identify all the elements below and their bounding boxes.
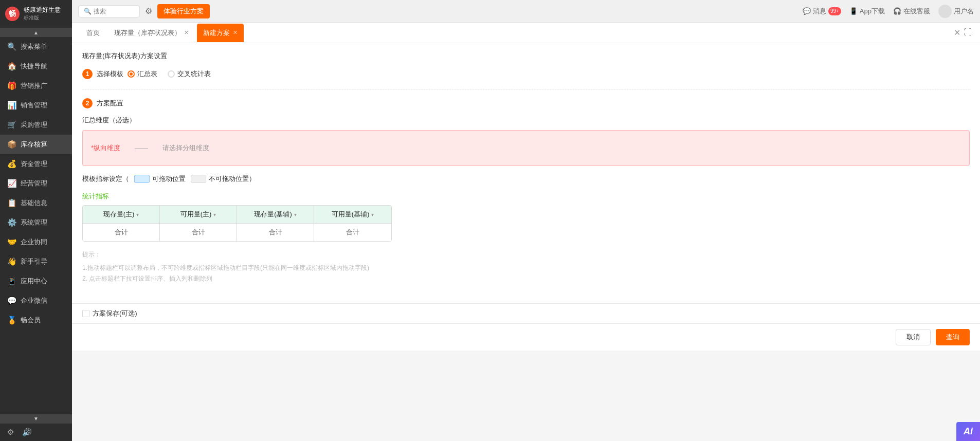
- wechat-icon: 💬: [7, 296, 16, 305]
- stats-body-label-0: 合计: [115, 228, 128, 237]
- user-menu[interactable]: 用户名: [938, 5, 974, 18]
- sidebar-item-system[interactable]: ⚙️ 系统管理: [0, 213, 72, 232]
- stats-header-col-3[interactable]: 可用量(基辅) ▾: [314, 206, 391, 223]
- cancel-button[interactable]: 取消: [896, 329, 931, 345]
- sidebar: 畅 畅康通好生意 标准版 ▲ 🔍 搜索菜单 🏠 快捷导航 🎁 营销推广 📊 销售…: [0, 0, 72, 441]
- tab-inventory-close-icon[interactable]: ✕: [184, 29, 189, 36]
- sidebar-item-member[interactable]: 🏅 畅会员: [0, 310, 72, 330]
- sidebar-item-label: 基础信息: [21, 198, 47, 208]
- tab-home[interactable]: 首页: [80, 24, 106, 42]
- stats-body-col-1: 合计: [160, 224, 237, 241]
- stats-body-col-0: 合计: [83, 224, 160, 241]
- settings-icon[interactable]: ⚙: [7, 428, 14, 437]
- message-button[interactable]: 💬 消息 99+: [803, 7, 841, 16]
- sidebar-nav: 🔍 搜索菜单 🏠 快捷导航 🎁 营销推广 📊 销售管理 🛒 采购管理 📦 库存核…: [0, 37, 72, 414]
- quick-nav-icon: 🏠: [7, 62, 16, 71]
- tab-new-plan[interactable]: 新建方案 ✕: [197, 24, 244, 42]
- dimension-area[interactable]: *纵向维度 —— 请选择分组维度: [82, 130, 970, 166]
- sidebar-item-inventory[interactable]: 📦 库存核算: [0, 135, 72, 154]
- sidebar-item-purchase[interactable]: 🛒 采购管理: [0, 115, 72, 135]
- ai-badge[interactable]: Ai: [956, 422, 980, 441]
- stats-header-col-1[interactable]: 可用量(主) ▾: [160, 206, 237, 223]
- stats-body-col-2: 合计: [237, 224, 314, 241]
- template-indicator: 模板指标设定（ 可拖动位置 不可拖动位置）: [82, 174, 970, 183]
- bottom-bar: 方案保存(可选): [72, 303, 980, 323]
- stats-header-col-2[interactable]: 现存量(基辅) ▾: [237, 206, 314, 223]
- dropdown-arrow-1[interactable]: ▾: [213, 212, 216, 217]
- sidebar-item-marketing[interactable]: 🎁 营销推广: [0, 76, 72, 96]
- sidebar-item-label: 新手引导: [21, 257, 47, 266]
- sidebar-item-label: 企业协同: [21, 237, 47, 247]
- sidebar-item-newbie[interactable]: 👋 新手引导: [0, 252, 72, 271]
- search-menu-icon: 🔍: [7, 42, 16, 51]
- radio-cross-label: 交叉统计表: [177, 69, 211, 79]
- sidebar-item-quick-nav[interactable]: 🏠 快捷导航: [0, 57, 72, 76]
- sidebar-scroll-down[interactable]: ▼: [0, 414, 72, 423]
- radio-cross-circle: [168, 70, 175, 78]
- search-input[interactable]: [94, 8, 135, 15]
- trial-button[interactable]: 体验行业方案: [157, 4, 210, 19]
- dropdown-arrow-2[interactable]: ▾: [294, 212, 297, 217]
- headset-icon: 🎧: [893, 7, 901, 15]
- message-label: 消息: [813, 7, 826, 16]
- stats-section: 统计指标 现存量(主) ▾ 可用量(主) ▾: [82, 192, 970, 243]
- step1-badge: 1: [82, 69, 93, 79]
- sales-icon: 📊: [7, 101, 16, 110]
- sidebar-bottom: ⚙ 🔊: [0, 423, 72, 441]
- content-area: 现存量(库存状况表)方案设置 1 选择模板 汇总表 交叉统计表: [72, 43, 980, 441]
- inventory-icon: 📦: [7, 140, 16, 149]
- dim-arrow: ——: [135, 144, 148, 152]
- sidebar-item-business[interactable]: 📈 经营管理: [0, 174, 72, 193]
- stats-header-label-3: 可用量(基辅): [332, 210, 370, 219]
- sidebar-item-wechat[interactable]: 💬 企业微信: [0, 291, 72, 310]
- basic-info-icon: 📋: [7, 198, 16, 208]
- sound-icon[interactable]: 🔊: [22, 428, 32, 437]
- dropdown-arrow-0[interactable]: ▾: [136, 212, 139, 217]
- search-box[interactable]: 🔍: [78, 5, 140, 17]
- main-area: 🔍 ⚙ 体验行业方案 💬 消息 99+ 📱 App下载 🎧 在线客服 用户名: [72, 0, 980, 441]
- radio-cross[interactable]: 交叉统计表: [168, 69, 211, 79]
- stats-header-col-0[interactable]: 现存量(主) ▾: [83, 206, 160, 223]
- sidebar-scroll-up[interactable]: ▲: [0, 28, 72, 37]
- step1-header: 1 选择模板 汇总表 交叉统计表: [82, 69, 970, 79]
- tab-new-plan-close-icon[interactable]: ✕: [233, 29, 238, 36]
- query-button[interactable]: 查询: [936, 329, 970, 345]
- step2-section: 2 方案配置 汇总维度（必选） *纵向维度 —— 请选择分组维度 模板指标设定（: [82, 98, 970, 285]
- expand-icon[interactable]: ⛶: [964, 28, 972, 38]
- step-divider: [82, 89, 970, 90]
- vertical-dim-required: *纵向维度: [91, 143, 120, 153]
- finance-icon: 💰: [7, 159, 16, 169]
- draggable-indicator: 可拖动位置: [134, 174, 186, 183]
- sidebar-item-cooperation[interactable]: 🤝 企业协同: [0, 232, 72, 252]
- sidebar-item-finance[interactable]: 💰 资金管理: [0, 154, 72, 174]
- page-title: 现存量(库存状况表)方案设置: [82, 51, 970, 61]
- close-panel-icon[interactable]: ✕: [954, 28, 960, 38]
- non-draggable-label: 不可拖动位置）: [209, 174, 256, 183]
- sidebar-item-label: 搜索菜单: [21, 42, 47, 51]
- save-checkbox[interactable]: 方案保存(可选): [82, 309, 137, 318]
- app-logo: 畅 畅康通好生意 标准版: [0, 0, 72, 28]
- sidebar-item-search-menu[interactable]: 🔍 搜索菜单: [0, 37, 72, 57]
- gear-icon[interactable]: ⚙: [145, 6, 152, 16]
- radio-summary-label: 汇总表: [137, 69, 157, 79]
- sidebar-item-label: 采购管理: [21, 120, 47, 130]
- logo-text-block: 畅康通好生意 标准版: [24, 6, 61, 22]
- sidebar-item-label: 经营管理: [21, 179, 47, 188]
- business-icon: 📈: [7, 179, 16, 188]
- template-indicator-prefix: 模板指标设定（: [82, 174, 129, 183]
- stats-body-col-3: 合计: [314, 224, 391, 241]
- online-service-label: 在线客服: [903, 7, 930, 16]
- tab-inventory-status[interactable]: 现存量（库存状况表） ✕: [108, 24, 195, 42]
- checkbox-icon[interactable]: [82, 310, 89, 317]
- stats-body-label-1: 合计: [192, 228, 205, 237]
- dropdown-arrow-3[interactable]: ▾: [371, 212, 374, 217]
- draggable-box: [134, 175, 150, 183]
- sidebar-item-basic-info[interactable]: 📋 基础信息: [0, 193, 72, 213]
- dimension-config: 汇总维度（必选） *纵向维度 —— 请选择分组维度: [82, 116, 970, 166]
- newbie-icon: 👋: [7, 257, 16, 266]
- sidebar-item-app-center[interactable]: 📱 应用中心: [0, 271, 72, 291]
- radio-summary[interactable]: 汇总表: [128, 69, 157, 79]
- online-service-button[interactable]: 🎧 在线客服: [893, 7, 930, 16]
- sidebar-item-sales[interactable]: 📊 销售管理: [0, 96, 72, 115]
- app-download-button[interactable]: 📱 App下载: [849, 7, 885, 16]
